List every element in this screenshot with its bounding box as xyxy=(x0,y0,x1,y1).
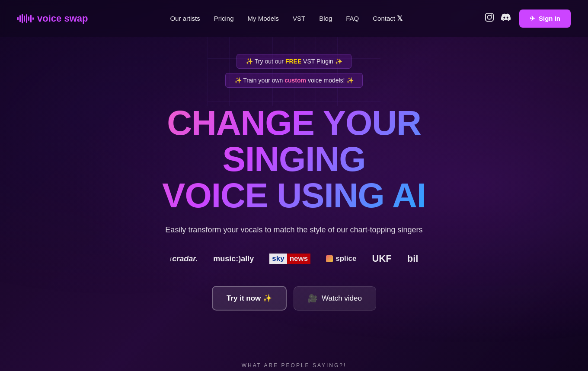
skynews-news-text: news xyxy=(287,254,311,264)
announcement-bar-2[interactable]: ✨ Train your own custom voice models! ✨ xyxy=(225,73,363,88)
announcement-1-prefix: ✨ Try out our xyxy=(246,58,285,65)
svg-rect-0 xyxy=(486,13,493,21)
signin-label: Sign in xyxy=(539,15,560,22)
announcement-2-highlight: custom xyxy=(284,77,306,84)
nav-link-faq[interactable]: FAQ xyxy=(346,15,359,22)
logo-text: voice swap xyxy=(37,13,88,24)
nav-link-vst[interactable]: VST xyxy=(293,15,305,22)
discord-icon[interactable] xyxy=(501,13,511,24)
cta-buttons: Try it now ✨ 🎥 Watch video xyxy=(212,286,376,311)
nav-links: Our artists Pricing My Models VST Blog F… xyxy=(170,14,403,22)
nav-item-vst[interactable]: VST xyxy=(293,15,305,22)
nav-contact-text: Contact xyxy=(373,15,395,22)
svg-point-1 xyxy=(487,15,491,19)
announcement-2-prefix: ✨ Train your own xyxy=(234,77,285,84)
headline-line1: CHANGE YOUR SINGING xyxy=(167,104,421,178)
what-label[interactable]: WHAT ARE PEOPLE SAYING?! xyxy=(0,362,588,368)
logo[interactable]: voice swap xyxy=(17,13,88,24)
splice-icon xyxy=(326,255,333,262)
nav-link-blog[interactable]: Blog xyxy=(319,15,332,22)
nav-link-pricing[interactable]: Pricing xyxy=(214,15,234,22)
press-logo-ukf: UKF xyxy=(372,253,391,264)
try-it-now-button[interactable]: Try it now ✨ xyxy=(212,286,287,311)
press-logo-skynews: skynews xyxy=(269,254,310,264)
nav-item-our-artists[interactable]: Our artists xyxy=(170,15,200,22)
press-logo-splice: splice xyxy=(326,254,356,263)
press-logo-bil: bil xyxy=(407,253,419,264)
hero-section: ✨ Try out our FREE VST Plugin ✨ ✨ Train … xyxy=(0,37,588,336)
watch-video-button[interactable]: 🎥 Watch video xyxy=(294,286,376,311)
announcement-1-suffix: VST Plugin ✨ xyxy=(301,58,342,65)
watch-video-label: Watch video xyxy=(322,294,362,303)
signin-button[interactable]: ✈ Sign in xyxy=(519,10,571,28)
navbar: voice swap Our artists Pricing My Models… xyxy=(0,0,588,37)
nav-link-our-artists[interactable]: Our artists xyxy=(170,15,200,22)
signin-icon: ✈ xyxy=(530,15,535,22)
press-logo-musicaly: music:)ally xyxy=(213,254,254,263)
announcement-2-suffix: voice models! ✨ xyxy=(306,77,354,84)
x-twitter-icon: 𝕏 xyxy=(397,14,403,22)
press-logos: icradar. music:)ally skynews splice UKF … xyxy=(170,253,419,264)
announcement-bar-1[interactable]: ✨ Try out our FREE VST Plugin ✨ xyxy=(236,54,352,69)
skynews-sky-text: sky xyxy=(269,254,287,264)
hero-headline: CHANGE YOUR SINGING VOICE USING AI xyxy=(99,105,489,214)
nav-item-faq[interactable]: FAQ xyxy=(346,15,359,22)
logo-waveform-icon xyxy=(17,13,34,24)
logo-part2: swap xyxy=(64,13,88,24)
nav-link-contact[interactable]: Contact 𝕏 xyxy=(373,14,403,22)
nav-item-contact[interactable]: Contact 𝕏 xyxy=(373,14,403,22)
logo-part1: voice xyxy=(37,13,61,24)
press-logo-icradar: icradar. xyxy=(170,254,198,263)
nav-social-icons xyxy=(485,13,511,24)
video-camera-icon: 🎥 xyxy=(308,294,317,303)
bottom-teaser: WHAT ARE PEOPLE SAYING?! ▼ xyxy=(0,345,588,371)
instagram-icon[interactable] xyxy=(485,13,494,24)
announcement-1-highlight: FREE xyxy=(285,58,301,65)
svg-point-2 xyxy=(491,15,492,16)
hero-subheadline: Easily transform your vocals to match th… xyxy=(165,224,422,236)
nav-item-blog[interactable]: Blog xyxy=(319,15,332,22)
nav-item-my-models[interactable]: My Models xyxy=(248,15,279,22)
headline-line2: VOICE USING AI xyxy=(162,176,426,215)
nav-link-my-models[interactable]: My Models xyxy=(248,15,279,22)
splice-text: splice xyxy=(336,254,356,263)
nav-item-pricing[interactable]: Pricing xyxy=(214,15,234,22)
